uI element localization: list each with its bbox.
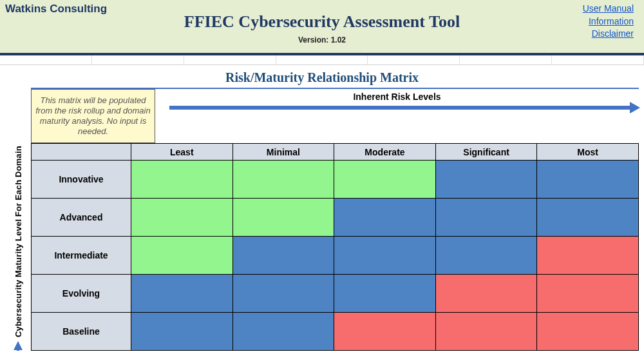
- y-axis: Cybersecurity Maturity Level For Each Do…: [5, 88, 31, 351]
- header-links: User Manual Information Disclaimer: [583, 3, 634, 41]
- matrix-cell: [232, 237, 334, 275]
- matrix-cell: [435, 199, 537, 237]
- matrix-cell: [334, 275, 436, 313]
- matrix-cell: [334, 313, 436, 351]
- matrix-cell: [232, 199, 334, 237]
- matrix-cell: [131, 237, 233, 275]
- y-axis-label: Cybersecurity Maturity Level For Each Do…: [14, 146, 23, 337]
- row-header: Intermediate: [32, 237, 131, 275]
- matrix-cell: [537, 275, 639, 313]
- x-axis-label: Inherent Risk Levels: [155, 89, 639, 103]
- app-banner: Watkins Consulting FFIEC Cybersecurity A…: [0, 0, 644, 55]
- matrix-cell: [334, 161, 436, 199]
- up-arrow-icon: [14, 341, 23, 351]
- link-information[interactable]: Information: [589, 16, 634, 26]
- row-header: Advanced: [32, 199, 131, 237]
- matrix-cell: [435, 161, 537, 199]
- matrix-container: Cybersecurity Maturity Level For Each Do…: [0, 88, 644, 351]
- matrix-cell: [131, 199, 233, 237]
- risk-maturity-table: Least Minimal Moderate Significant Most …: [31, 143, 639, 351]
- col-header: Significant: [435, 144, 537, 161]
- matrix-cell: [131, 313, 233, 351]
- corner-cell: [32, 144, 131, 161]
- info-note: This matrix will be populated from the r…: [31, 89, 155, 143]
- matrix-cell: [537, 161, 639, 199]
- matrix-cell: [334, 199, 436, 237]
- matrix-cell: [232, 161, 334, 199]
- matrix-cell: [435, 237, 537, 275]
- link-user-manual[interactable]: User Manual: [583, 3, 634, 14]
- matrix-cell: [232, 275, 334, 313]
- matrix-cell: [435, 313, 537, 351]
- matrix-cell: [232, 313, 334, 351]
- col-header: Least: [131, 144, 233, 161]
- version-label: Version: 1.02: [5, 35, 639, 44]
- matrix-cell: [537, 199, 639, 237]
- x-axis: Inherent Risk Levels: [155, 89, 639, 143]
- matrix-cell: [131, 161, 233, 199]
- row-header: Evolving: [32, 275, 131, 313]
- row-header: Innovative: [32, 161, 131, 199]
- link-disclaimer[interactable]: Disclaimer: [592, 28, 634, 39]
- matrix-cell: [537, 313, 639, 351]
- col-header: Moderate: [334, 144, 436, 161]
- spreadsheet-row-divider: [0, 55, 644, 65]
- col-header: Minimal: [232, 144, 334, 161]
- matrix-cell: [537, 237, 639, 275]
- row-header: Baseline: [32, 313, 131, 351]
- matrix-cell: [435, 275, 537, 313]
- section-title: Risk/Maturity Relationship Matrix: [0, 70, 644, 85]
- right-arrow-icon: [169, 106, 631, 110]
- matrix-cell: [131, 275, 233, 313]
- matrix-grid: This matrix will be populated from the r…: [31, 88, 639, 351]
- matrix-cell: [334, 237, 436, 275]
- col-header: Most: [537, 144, 639, 161]
